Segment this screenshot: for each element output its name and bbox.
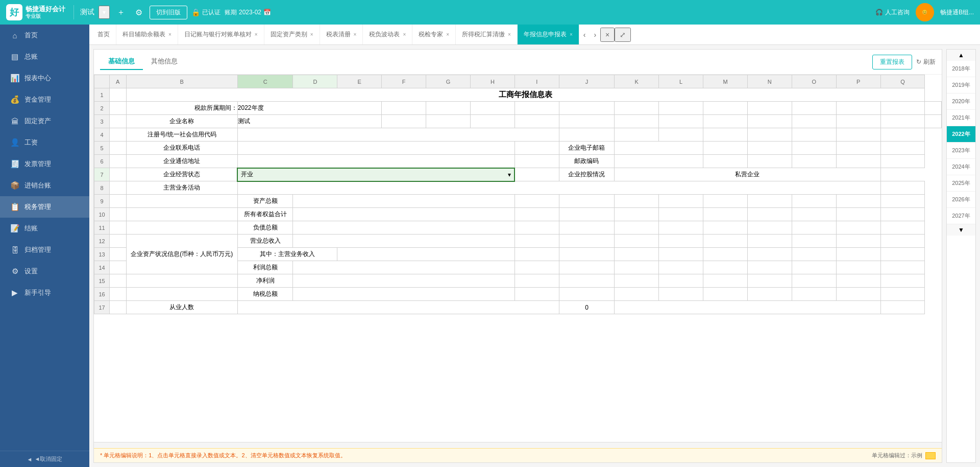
cell-2-o[interactable]	[836, 102, 880, 115]
cell-9-o[interactable]	[792, 195, 836, 208]
cell-3-p[interactable]	[880, 115, 925, 128]
cell-10-b[interactable]	[126, 208, 237, 221]
cell-3-k[interactable]	[659, 115, 703, 128]
user-avatar[interactable]: 😊	[916, 3, 934, 21]
cell-11-p[interactable]	[836, 221, 880, 235]
sidebar-item-inventory[interactable]: 📦 进销台账	[0, 175, 89, 196]
cell-3-n[interactable]	[792, 115, 836, 128]
sidebar-item-invoice[interactable]: 🧾 发票管理	[0, 153, 89, 175]
cell-13-j[interactable]	[559, 248, 615, 261]
year-item-2021[interactable]: 2021年	[947, 110, 975, 126]
cell-11-q[interactable]	[880, 221, 925, 235]
cell-7-i[interactable]	[514, 168, 559, 181]
cell-14-q[interactable]	[880, 261, 925, 274]
year-item-2022[interactable]: 2022年	[947, 126, 975, 143]
cell-4-k[interactable]	[615, 128, 659, 142]
cell-13-c[interactable]: 其中：主营业务收入	[237, 248, 337, 261]
cell-15-m[interactable]	[703, 274, 748, 288]
sidebar-item-funds[interactable]: 💰 资金管理	[0, 89, 89, 110]
cell-13-q[interactable]	[880, 248, 925, 261]
cell-15-o[interactable]	[792, 274, 836, 288]
cell-6-j[interactable]: 邮政编码	[559, 155, 615, 168]
sidebar-item-home[interactable]: ⌂ 首页	[0, 25, 89, 46]
cell-14-c[interactable]: 利润总额	[237, 261, 293, 274]
cell-12-k[interactable]	[615, 235, 659, 248]
cell-2-h[interactable]	[514, 102, 559, 115]
cell-13-m[interactable]	[703, 248, 748, 261]
cell-4-c[interactable]	[237, 128, 559, 142]
cell-12-d[interactable]	[293, 235, 514, 248]
tab-close-fixed-assets-cat[interactable]: ×	[310, 32, 313, 37]
cell-3-f[interactable]	[426, 115, 471, 128]
cell-9-p[interactable]	[836, 195, 880, 208]
cell-12-n[interactable]	[747, 235, 792, 248]
cell-11-b[interactable]	[126, 221, 237, 235]
sheet-tab-basic[interactable]: 基础信息	[100, 54, 143, 70]
tab-fixed-assets-cat[interactable]: 固定资产类别 ×	[264, 25, 320, 45]
sidebar-item-tax[interactable]: 📋 税务管理	[0, 196, 89, 218]
cell-4-b[interactable]: 注册号/统一社会信用代码	[126, 128, 237, 142]
cell-12-o[interactable]	[792, 235, 836, 248]
cell-11-j[interactable]	[559, 221, 615, 235]
cell-3-q[interactable]	[925, 115, 942, 128]
cell-17-b[interactable]: 从业人数	[126, 301, 237, 314]
tab-close-annual-report[interactable]: ×	[570, 32, 573, 37]
cell-6-o[interactable]	[792, 155, 836, 168]
cell-16-i[interactable]	[514, 288, 559, 301]
cell-7-k[interactable]: 私营企业	[615, 168, 880, 181]
cell-6-c[interactable]	[237, 155, 514, 168]
cell-10-j[interactable]	[559, 208, 615, 221]
cell-9-i[interactable]	[514, 195, 559, 208]
cell-11-i[interactable]	[514, 221, 559, 235]
cell-4-j[interactable]	[559, 128, 615, 142]
cell-12-c[interactable]: 营业总收入	[237, 235, 293, 248]
cell-6-p[interactable]	[836, 155, 880, 168]
cell-2-b[interactable]: 税款所属期间：	[126, 102, 237, 115]
cell-10-p[interactable]	[836, 208, 880, 221]
tab-journal-bank[interactable]: 日记账与银行对账单核对 ×	[178, 25, 264, 45]
settings-gear-icon[interactable]: ⚙	[132, 6, 145, 19]
cell-13-l[interactable]	[659, 248, 703, 261]
cell-5-o[interactable]	[792, 142, 836, 155]
cell-12-l[interactable]	[659, 235, 703, 248]
sidebar-item-settlement[interactable]: 📝 结账	[0, 218, 89, 239]
cell-4-n[interactable]	[747, 128, 792, 142]
cell-11-c[interactable]: 负债总额	[237, 221, 293, 235]
cell-17-a[interactable]	[110, 301, 127, 314]
cell-16-c[interactable]: 纳税总额	[237, 288, 293, 301]
cell-16-n[interactable]	[747, 288, 792, 301]
cell-14-m[interactable]	[703, 261, 748, 274]
cell-5-m[interactable]	[703, 142, 748, 155]
dropdown-cell[interactable]: 开业 ▾	[238, 170, 514, 179]
reset-report-btn[interactable]: 重置报表	[872, 55, 912, 69]
cell-15-b[interactable]	[126, 274, 237, 288]
cell-15-a[interactable]	[110, 274, 127, 288]
cell-3-o[interactable]	[836, 115, 880, 128]
cell-8-a[interactable]	[110, 181, 127, 195]
cell-14-i[interactable]	[514, 261, 559, 274]
cell-3-j[interactable]	[615, 115, 659, 128]
cell-2-l[interactable]	[703, 102, 748, 115]
cell-8-c[interactable]	[237, 181, 880, 195]
cell-9-l[interactable]	[659, 195, 703, 208]
tab-home[interactable]: 首页	[91, 25, 116, 45]
sidebar-item-newbie[interactable]: ▶ 新手引导	[0, 282, 89, 303]
cell-2-q[interactable]	[925, 102, 942, 115]
tab-tax-expert[interactable]: 税检专家 ×	[412, 25, 456, 45]
cell-3-e[interactable]	[382, 115, 426, 128]
tab-close-aux-balance[interactable]: ×	[168, 32, 172, 37]
cell-11-l[interactable]	[659, 221, 703, 235]
tab-close-tax-expert[interactable]: ×	[446, 32, 449, 37]
cell-10-i[interactable]	[514, 208, 559, 221]
year-item-2024[interactable]: 2024年	[947, 159, 975, 175]
cell-10-n[interactable]	[747, 208, 792, 221]
cell-13-a[interactable]	[110, 248, 127, 261]
cell-14-l[interactable]	[659, 261, 703, 274]
tab-close-tax-fluctuation[interactable]: ×	[403, 32, 406, 37]
cell-15-l[interactable]	[659, 274, 703, 288]
tab-annual-report[interactable]: 年报信息申报表 ×	[518, 25, 579, 45]
cell-16-m[interactable]	[703, 288, 748, 301]
cell-13-o[interactable]	[792, 248, 836, 261]
cell-11-m[interactable]	[703, 221, 748, 235]
cell-14-n[interactable]	[747, 261, 792, 274]
